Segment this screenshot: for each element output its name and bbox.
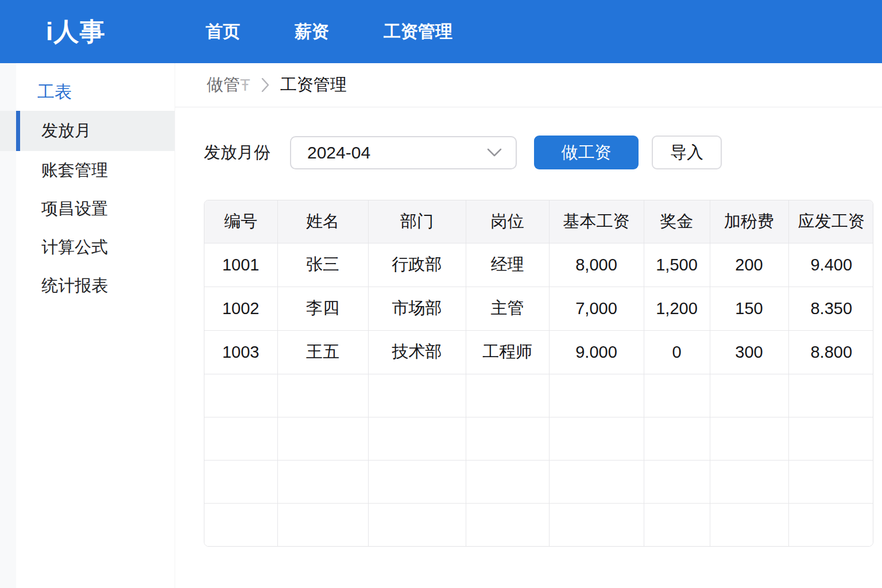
table-cell: 1,200 <box>644 287 710 330</box>
table-cell-empty <box>204 417 277 460</box>
table-row: 1003 王五 技术部 工程师 9.000 0 300 8.800 <box>204 330 873 374</box>
table-cell: 1003 <box>204 330 277 374</box>
table-cell: 市场部 <box>368 287 466 330</box>
table-cell-empty <box>466 417 549 460</box>
app-logo: i人事 <box>46 0 105 63</box>
sidebar-item-statistics-report[interactable]: 统计报表 <box>0 266 175 305</box>
table-row: 1002 李四 市场部 主管 7,000 1,200 150 8.350 <box>204 287 873 330</box>
table-cell: 0 <box>644 330 710 374</box>
chevron-right-icon <box>261 77 270 93</box>
payout-month-label: 发放月份 <box>204 141 270 164</box>
sidebar-item-label: 计算公式 <box>41 236 108 259</box>
table-cell: 9.000 <box>549 330 644 374</box>
make-payroll-button[interactable]: 做工资 <box>534 136 639 169</box>
table-cell-empty <box>204 374 277 417</box>
sidebar-item-label: 发放月 <box>41 119 91 142</box>
table-row-empty <box>204 460 873 503</box>
table-row-empty <box>204 374 873 417</box>
nav-item-home[interactable]: 首页 <box>206 20 240 44</box>
table-cell-empty <box>368 374 466 417</box>
table-cell-empty <box>368 460 466 503</box>
topbar: i人事 首页 薪资 工资管理 <box>0 0 882 63</box>
table-cell: 工程师 <box>466 330 549 374</box>
table-cell: 经理 <box>466 243 549 287</box>
breadcrumb-current: 工资管理 <box>280 74 347 96</box>
sidebar-item-item-settings[interactable]: 项昌设置 <box>0 189 175 228</box>
table-cell-empty <box>710 417 788 460</box>
table-cell-empty <box>549 503 644 546</box>
table-body: 1001 张三 行政部 经理 8,000 1,500 200 9.400 100… <box>204 243 873 546</box>
table-cell: 8,000 <box>549 243 644 287</box>
table-cell: 1001 <box>204 243 277 287</box>
main-content: 做管 Ŧ 工资管理 发放月份 2024-04 做工资 导入 <box>175 63 882 588</box>
chevron-down-icon <box>487 148 502 157</box>
table-cell: 行政部 <box>368 243 466 287</box>
column-header-base-salary: 基本工资 <box>549 200 644 243</box>
table-cell-empty <box>277 374 368 417</box>
table-cell: 200 <box>710 243 788 287</box>
table-header: 编号 姓名 部门 岗位 基本工资 奖金 加秎费 应发工资 <box>204 200 873 243</box>
table-cell-empty <box>277 503 368 546</box>
table-cell-empty <box>466 503 549 546</box>
breadcrumb-parent-faded: Ŧ <box>240 76 250 95</box>
table-cell: 1,500 <box>644 243 710 287</box>
payout-month-value: 2024-04 <box>307 143 370 163</box>
table-cell: 技术部 <box>368 330 466 374</box>
sidebar-item-account-set-management[interactable]: 账套管理 <box>0 151 175 189</box>
table-cell: 7,000 <box>549 287 644 330</box>
sidebar-item-label: 项昌设置 <box>41 198 108 220</box>
table-row-empty <box>204 417 873 460</box>
table-cell-empty <box>204 503 277 546</box>
column-header-overtime-pay: 加秎费 <box>710 200 788 243</box>
sidebar-item-payout-month[interactable]: 发放月 <box>0 111 175 151</box>
nav-item-salary[interactable]: 薪资 <box>295 20 329 44</box>
sidebar-item-label: 统计报表 <box>41 274 108 297</box>
table-cell-empty <box>204 460 277 503</box>
table-cell-empty <box>710 460 788 503</box>
nav-item-payroll-management[interactable]: 工资管理 <box>384 20 452 44</box>
payout-month-select[interactable]: 2024-04 <box>290 136 517 169</box>
breadcrumb-parent[interactable]: 做管 <box>207 74 240 96</box>
column-header-position: 岗位 <box>466 200 549 243</box>
table-cell-empty <box>644 503 710 546</box>
payroll-table: 编号 姓名 部门 岗位 基本工资 奖金 加秎费 应发工资 1001 张三 行政部 <box>204 200 873 547</box>
table-cell-empty <box>788 460 873 503</box>
table-cell-empty <box>549 460 644 503</box>
table-cell-empty <box>710 503 788 546</box>
column-header-name: 姓名 <box>277 200 368 243</box>
table-cell-empty <box>788 417 873 460</box>
table-cell-empty <box>277 417 368 460</box>
table-cell: 300 <box>710 330 788 374</box>
table-cell-empty <box>644 374 710 417</box>
table-cell: 张三 <box>277 243 368 287</box>
sidebar-section-payroll-sheet[interactable]: 工表 <box>37 76 175 108</box>
table-cell-empty <box>549 374 644 417</box>
table-cell-empty <box>644 417 710 460</box>
table-cell-empty <box>466 374 549 417</box>
sidebar-item-label: 账套管理 <box>41 159 108 182</box>
table-cell-empty <box>368 503 466 546</box>
column-header-bonus: 奖金 <box>644 200 710 243</box>
table-cell: 李四 <box>277 287 368 330</box>
table-cell: 主管 <box>466 287 549 330</box>
table-cell: 9.400 <box>788 243 873 287</box>
table-cell-empty <box>277 460 368 503</box>
table-cell-empty <box>549 417 644 460</box>
table-cell-empty <box>710 374 788 417</box>
top-navigation: 首页 薪资 工资管理 <box>206 0 452 63</box>
table-cell-empty <box>788 374 873 417</box>
table-row: 1001 张三 行政部 经理 8,000 1,500 200 9.400 <box>204 243 873 287</box>
table-cell: 8.350 <box>788 287 873 330</box>
sidebar-item-calculation-formula[interactable]: 计算公式 <box>0 228 175 266</box>
import-button[interactable]: 导入 <box>652 136 722 169</box>
column-header-department: 部门 <box>368 200 466 243</box>
sidebar: 工表 发放月 账套管理 项昌设置 计算公式 统计报表 <box>0 63 175 588</box>
table-header-row: 编号 姓名 部门 岗位 基本工资 奖金 加秎费 应发工资 <box>204 200 873 243</box>
column-header-id: 编号 <box>204 200 277 243</box>
payroll-toolbar: 发放月份 2024-04 做工资 导入 <box>175 136 882 169</box>
table-cell: 王五 <box>277 330 368 374</box>
table-cell: 150 <box>710 287 788 330</box>
column-header-gross-pay: 应发工资 <box>788 200 873 243</box>
table-cell-empty <box>788 503 873 546</box>
breadcrumb: 做管 Ŧ 工资管理 <box>175 63 882 107</box>
